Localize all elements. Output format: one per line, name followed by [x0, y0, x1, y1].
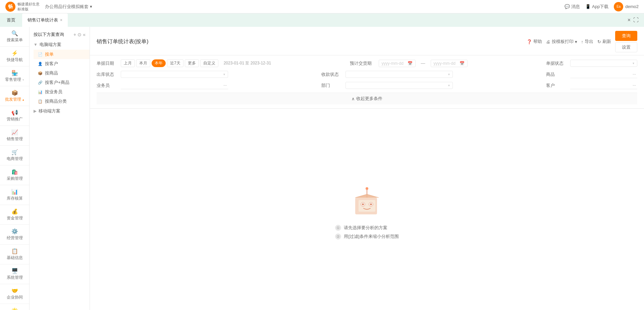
sidebar-item-enterprise[interactable]: 🤝 企业协同	[0, 284, 29, 304]
logo-text: 畅捷通好生意 标准版	[17, 2, 40, 11]
empty-step-1: ① 请先选择要分析的方案	[335, 225, 398, 231]
sidebar-item-sales[interactable]: 📈 销售管理	[0, 126, 29, 146]
tree-child-by-customer-product[interactable]: 🔗 按客户+商品	[34, 78, 90, 87]
filter-area: 单据日期 上月 本月 本年 近7天 更多 自定义 2023-01-01 至 20…	[90, 55, 644, 109]
sidebar-item-newbie[interactable]: 🌟 新手引导	[0, 304, 29, 310]
tree-child-by-product[interactable]: 📦 按商品	[34, 68, 90, 78]
window-controls: × ⛶	[628, 17, 639, 23]
salesman-label: 业务员	[97, 83, 115, 89]
wholesale-icon: 📦	[1, 90, 28, 96]
tree-child-by-customer[interactable]: 👤 按客户	[34, 59, 90, 68]
user-menu[interactable]: Ea demo2	[614, 2, 639, 11]
sidebar-item-marketing[interactable]: 📢 营销推广	[0, 106, 29, 126]
add-scheme-button[interactable]: +	[73, 32, 76, 37]
query-button[interactable]: 查询	[615, 31, 637, 41]
tree-child-by-order[interactable]: 📄 按单	[34, 50, 90, 59]
sidebar-item-retail[interactable]: 🏪 零售管理 ▾	[0, 66, 29, 86]
department-chevron: ▾	[448, 84, 450, 87]
expected-delivery-label: 预计交货期	[350, 60, 373, 66]
department-select[interactable]: ▾	[345, 82, 453, 89]
tree-expand-icon: ▼	[34, 42, 38, 47]
top-bar: 畅 畅捷通好生意 标准版 办公用品行业模拟账套 ▾ 💬 消息 📱 App下载 E…	[0, 0, 644, 13]
step-1-num: ①	[335, 225, 341, 231]
sidebar-item-ecommerce[interactable]: 🛒 电商管理	[0, 146, 29, 165]
sidebar-item-wholesale[interactable]: 📦 批发管理 ▴	[0, 86, 29, 106]
help-button[interactable]: ❓ 帮助	[527, 39, 542, 45]
message-icon: 💬	[565, 4, 570, 9]
export-button[interactable]: ↑ 导出	[581, 39, 594, 45]
newbie-icon: 🌟	[1, 307, 28, 310]
export-icon: ↑	[581, 39, 584, 44]
sidebar-item-system[interactable]: 🖥️ 系统管理	[0, 264, 29, 284]
collapse-panel-button[interactable]: «	[83, 32, 86, 37]
by-product-icon: 📦	[38, 70, 43, 76]
refresh-icon: ↻	[597, 39, 601, 44]
sales-icon: 📈	[1, 129, 28, 136]
svg-rect-1	[359, 200, 375, 212]
sidebar-item-inventory[interactable]: 📊 库存核算	[0, 185, 29, 205]
calendar-start-icon: 📅	[408, 61, 413, 66]
tree-child-by-salesman[interactable]: 📊 按业务员	[34, 87, 90, 97]
by-category-icon: 📋	[38, 99, 43, 104]
tree-section-mobile[interactable]: ▶ 移动端方案	[30, 106, 90, 116]
sidebar-item-search-menu[interactable]: 🔍 搜索菜单	[0, 27, 29, 47]
svg-point-5	[370, 203, 372, 205]
customer-more-btn[interactable]: ···	[633, 83, 636, 88]
by-order-icon: 📄	[38, 52, 43, 57]
sidebar-item-operations[interactable]: ⚙️ 经营管理	[0, 225, 29, 245]
custom-date-btn[interactable]: 自定义	[200, 59, 218, 67]
ship-status-select[interactable]: ▾	[121, 71, 228, 78]
app-selector[interactable]: 办公用品行业模拟账套 ▾	[42, 2, 95, 11]
sidebar-item-quick-nav[interactable]: ⚡ 快捷导航	[0, 47, 29, 66]
more-date-btn[interactable]: 更多	[185, 59, 199, 67]
department-label: 部门	[321, 83, 340, 89]
date-dash: —	[421, 61, 425, 66]
tab-close-button[interactable]: ×	[60, 18, 62, 22]
left-panel-actions: + ⊙ «	[73, 32, 86, 37]
salesman-more-btn[interactable]: ···	[223, 83, 227, 88]
collapse-icon: ∧	[352, 96, 355, 101]
order-status-label: 单据状态	[546, 60, 565, 66]
app-download-button[interactable]: 📱 App下载	[585, 4, 608, 10]
delivery-date-end-input[interactable]: yyyy-mm-dd 📅	[431, 60, 468, 67]
tab-home[interactable]: 首页	[0, 13, 22, 27]
this-year-btn[interactable]: 本年	[152, 59, 166, 67]
refresh-button[interactable]: ↻ 刷新	[597, 39, 611, 45]
tree-children-pc: 📄 按单 👤 按客户 📦 按商品 🔗 按客户+商品 📊 按业务员 📋 按	[30, 50, 90, 106]
by-salesman-icon: 📊	[38, 89, 43, 95]
last-month-btn[interactable]: 上月	[121, 59, 135, 67]
basic-info-icon: 📋	[1, 248, 28, 254]
delivery-date-start-input[interactable]: yyyy-mm-dd 📅	[379, 60, 416, 67]
top-bar-right: 💬 消息 📱 App下载 Ea demo2	[565, 2, 639, 11]
tree-section-pc[interactable]: ▼ 电脑端方案	[30, 40, 90, 50]
order-status-select[interactable]: ▾	[570, 60, 637, 67]
sidebar-item-purchase[interactable]: 🛍️ 采购管理	[0, 165, 29, 185]
message-button[interactable]: 💬 消息	[565, 4, 580, 10]
product-more-btn[interactable]: ···	[633, 72, 636, 76]
marketing-icon: 📢	[1, 109, 28, 116]
left-panel-header: 按以下方案查询 + ⊙ «	[30, 30, 90, 40]
tab-sales-order-stats[interactable]: 销售订单统计表 ×	[22, 13, 68, 27]
filter-row-3: 业务员 ··· 部门 ▾ 客户 ···	[97, 82, 637, 89]
minimize-button[interactable]: ×	[628, 17, 631, 23]
print-button[interactable]: 🖨 按模板打印 ▾	[546, 39, 577, 45]
collapse-more-conditions[interactable]: ∧ 收起更多条件	[97, 93, 637, 104]
sidebar-item-basic-info[interactable]: 📋 基础信息	[0, 245, 29, 264]
user-avatar: Ea	[614, 2, 623, 11]
page-title: 销售订单统计表(按单)	[97, 38, 149, 45]
quick-nav-icon: ⚡	[1, 50, 28, 56]
payment-status-select[interactable]: ▾	[345, 71, 453, 78]
order-status-chevron: ▾	[633, 61, 634, 65]
settings-button[interactable]: 设置	[615, 42, 637, 52]
empty-steps: ① 请先选择要分析的方案 ② 用[过滤]条件来缩小分析范围	[335, 225, 398, 240]
purchase-icon: 🛍️	[1, 169, 28, 175]
sidebar-item-finance[interactable]: 💰 资金管理	[0, 205, 29, 225]
tree-child-by-category[interactable]: 📋 按商品分类	[34, 97, 90, 106]
empty-illustration	[347, 179, 387, 219]
last-7-days-btn[interactable]: 近7天	[167, 59, 183, 67]
scheme-settings-button[interactable]: ⊙	[77, 32, 82, 37]
this-month-btn[interactable]: 本月	[136, 59, 150, 67]
system-icon: 🖥️	[1, 268, 28, 274]
header-actions: ❓ 帮助 🖨 按模板打印 ▾ ↑ 导出 ↻ 刷新 查询	[527, 31, 638, 52]
maximize-button[interactable]: ⛶	[633, 17, 639, 23]
